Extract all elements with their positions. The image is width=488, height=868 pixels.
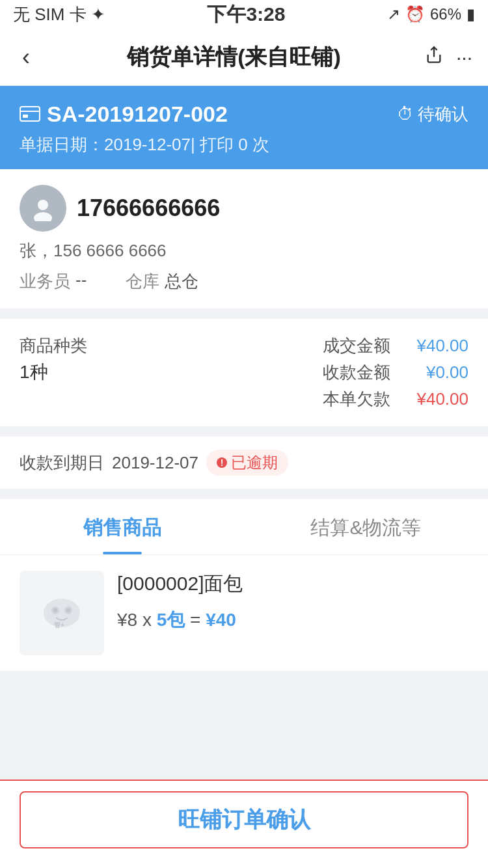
tabs: 销售商品 结算&物流等 xyxy=(0,499,488,555)
status-bar: 无 SIM 卡 ✦ 下午3:28 ↗ ⏰ 66% ▮ xyxy=(0,0,488,29)
sim-status: 无 SIM 卡 ✦ xyxy=(13,3,105,26)
status-right: ↗ ⏰ 66% ▮ xyxy=(387,5,475,23)
overdue-badge: ! 已逾期 xyxy=(206,450,288,476)
product-image: 管+ xyxy=(20,571,104,655)
battery-icon: ▮ xyxy=(467,5,475,23)
order-id-text: SA-20191207-002 xyxy=(47,102,228,127)
tab-settlement[interactable]: 结算&物流等 xyxy=(244,499,488,554)
due-date-section: 收款到期日 2019-12-07 ! 已逾期 xyxy=(0,437,488,489)
confirm-order-button[interactable]: 旺铺订单确认 xyxy=(20,791,468,848)
svg-point-10 xyxy=(66,608,70,612)
svg-text:管+: 管+ xyxy=(54,621,64,629)
overdue-icon: ! xyxy=(217,457,227,468)
customer-section: 17666666666 张，156 6666 6666 业务员 -- 仓库 总仓 xyxy=(0,169,488,308)
product-total: ¥40 xyxy=(206,610,236,630)
amount-label-1: 收款金额 xyxy=(323,361,390,384)
alarm-icon: ⏰ xyxy=(405,5,425,23)
price-separator: = xyxy=(190,610,206,630)
more-button[interactable]: ··· xyxy=(456,46,472,68)
product-type-value: 1种 xyxy=(20,360,87,385)
status-time: 下午3:28 xyxy=(207,1,285,28)
nav-actions: ··· xyxy=(425,46,472,68)
svg-point-9 xyxy=(53,608,57,612)
price-text: ¥8 x xyxy=(117,610,152,630)
customer-meta: 业务员 -- 仓库 总仓 xyxy=(20,270,468,293)
bottom-bar: 旺铺订单确认 xyxy=(0,780,488,868)
status-left: 无 SIM 卡 ✦ xyxy=(13,3,105,26)
back-button[interactable]: ‹ xyxy=(16,37,36,77)
share-button[interactable] xyxy=(425,46,443,68)
location-icon: ↗ xyxy=(387,5,400,23)
order-date: 单据日期：2019-12-07| 打印 0 次 xyxy=(20,133,468,156)
customer-phone: 17666666666 xyxy=(77,195,220,222)
order-header: SA-20191207-002 ⏱ 待确认 单据日期：2019-12-07| 打… xyxy=(0,86,488,169)
summary-section: 商品种类 1种 成交金额 ¥40.00 收款金额 ¥0.00 本单欠款 ¥40.… xyxy=(0,319,488,426)
order-status: ⏱ 待确认 xyxy=(397,103,468,126)
product-type-label: 商品种类 xyxy=(20,334,87,357)
product-qty: 5包 xyxy=(157,610,185,630)
svg-rect-1 xyxy=(20,107,40,121)
product-info: [0000002]面包 ¥8 x 5包 = ¥40 xyxy=(117,571,468,632)
content-area: 管+ [0000002]面包 ¥8 x 5包 = ¥40 xyxy=(0,555,488,759)
product-item: 管+ [0000002]面包 ¥8 x 5包 = ¥40 xyxy=(20,571,468,655)
sales-label: 业务员 xyxy=(20,270,70,293)
order-icon xyxy=(20,102,40,127)
amount-value-2: ¥40.00 xyxy=(403,389,468,409)
page-title: 销货单详情(来自旺铺) xyxy=(43,42,425,72)
order-status-text: 待确认 xyxy=(418,103,468,126)
due-date-value: 2019-12-07 xyxy=(112,453,198,473)
warehouse-value: 总仓 xyxy=(165,270,198,293)
svg-point-5 xyxy=(34,212,52,221)
battery-level: 66% xyxy=(430,5,461,23)
overdue-label: 已逾期 xyxy=(231,452,278,473)
product-price: ¥8 x 5包 = ¥40 xyxy=(117,608,468,632)
product-section: 管+ [0000002]面包 ¥8 x 5包 = ¥40 xyxy=(0,555,488,671)
warehouse-label: 仓库 xyxy=(126,270,159,293)
order-id-container: SA-20191207-002 xyxy=(20,102,228,127)
clock-icon: ⏱ xyxy=(397,104,414,124)
amount-value-0: ¥40.00 xyxy=(403,336,468,356)
nav-bar: ‹ 销货单详情(来自旺铺) ··· xyxy=(0,29,488,86)
sales-value: -- xyxy=(75,270,87,293)
tab-products[interactable]: 销售商品 xyxy=(0,499,244,554)
summary-amounts: 成交金额 ¥40.00 收款金额 ¥0.00 本单欠款 ¥40.00 xyxy=(323,334,468,411)
svg-rect-3 xyxy=(23,115,28,118)
customer-avatar xyxy=(20,185,66,232)
tabs-container: 销售商品 结算&物流等 xyxy=(0,499,488,555)
amount-value-1: ¥0.00 xyxy=(403,362,468,383)
svg-point-4 xyxy=(38,200,48,210)
product-name: [0000002]面包 xyxy=(117,571,468,597)
amount-label-0: 成交金额 xyxy=(323,334,390,357)
amount-label-2: 本单欠款 xyxy=(323,388,390,411)
customer-name: 张，156 6666 6666 xyxy=(20,239,468,262)
due-date-label: 收款到期日 xyxy=(20,452,104,474)
